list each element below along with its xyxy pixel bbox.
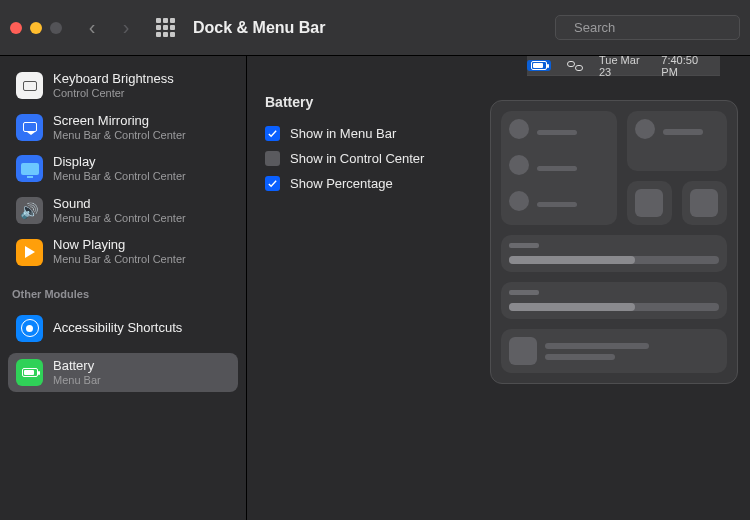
option-label: Show in Control Center [290, 151, 424, 166]
minimize-window-button[interactable] [30, 22, 42, 34]
sidebar-item-accessibility-shortcuts[interactable]: Accessibility Shortcuts [8, 306, 238, 351]
option-show-in-menu-bar[interactable]: Show in Menu Bar [265, 126, 424, 141]
checkbox-icon [265, 176, 280, 191]
section-header-other: Other Modules [6, 274, 240, 304]
now-playing-icon [16, 239, 43, 266]
checkbox-icon [265, 126, 280, 141]
panel-heading: Battery [265, 94, 424, 110]
accessibility-icon [16, 315, 43, 342]
sidebar-item-sub: Menu Bar & Control Center [53, 212, 186, 225]
sidebar-item-sub: Menu Bar [53, 374, 101, 387]
sidebar-item-now-playing[interactable]: Now Playing Menu Bar & Control Center [8, 232, 238, 272]
cc-preview-module [682, 181, 727, 225]
sound-icon: 🔊 [16, 197, 43, 224]
cc-preview-module [627, 111, 727, 171]
battery-settings-pane: Battery Show in Menu Bar Show in Control… [265, 94, 424, 201]
sidebar-item-keyboard-brightness[interactable]: Keyboard Brightness Control Center [8, 66, 238, 106]
cc-preview-slider [501, 282, 727, 319]
sidebar-item-label: Now Playing [53, 238, 186, 253]
sidebar-item-display[interactable]: Display Menu Bar & Control Center [8, 149, 238, 189]
screen-mirroring-icon [16, 114, 43, 141]
sidebar-item-label: Display [53, 155, 186, 170]
sidebar-item-sub: Menu Bar & Control Center [53, 129, 186, 142]
sidebar-item-label: Accessibility Shortcuts [53, 321, 182, 336]
back-button[interactable]: ‹ [82, 16, 102, 39]
option-show-percentage[interactable]: Show Percentage [265, 176, 424, 191]
checkbox-icon [265, 151, 280, 166]
search-input[interactable] [574, 20, 742, 35]
show-all-prefs-button[interactable] [156, 18, 175, 37]
sidebar-item-label: Screen Mirroring [53, 114, 186, 129]
sidebar-item-battery[interactable]: Battery Menu Bar [8, 353, 238, 393]
menubar-time: 7:40:50 PM [661, 54, 712, 78]
display-icon [16, 155, 43, 182]
option-show-in-control-center[interactable]: Show in Control Center [265, 151, 424, 166]
window-toolbar: ‹ › Dock & Menu Bar [0, 0, 750, 56]
option-label: Show Percentage [290, 176, 393, 191]
control-center-preview [490, 100, 738, 384]
sidebar-item-screen-mirroring[interactable]: Screen Mirroring Menu Bar & Control Cent… [8, 108, 238, 148]
sidebar: Keyboard Brightness Control Center Scree… [0, 56, 247, 520]
window-title: Dock & Menu Bar [193, 19, 325, 37]
main-content: Tue Mar 23 7:40:50 PM Battery Show in Me… [247, 56, 750, 520]
sidebar-item-sound[interactable]: 🔊 Sound Menu Bar & Control Center [8, 191, 238, 231]
close-window-button[interactable] [10, 22, 22, 34]
search-field-wrapper[interactable] [555, 15, 740, 40]
cc-preview-module [501, 329, 727, 373]
menubar-preview: Tue Mar 23 7:40:50 PM [527, 56, 720, 76]
menubar-date: Tue Mar 23 [599, 54, 649, 78]
cc-preview-module [627, 181, 672, 225]
menubar-control-center-icon[interactable] [563, 60, 587, 72]
sidebar-item-sub: Control Center [53, 87, 174, 100]
cc-preview-module [501, 111, 617, 225]
cc-preview-slider [501, 235, 727, 272]
forward-button[interactable]: › [116, 16, 136, 39]
menubar-battery-indicator[interactable] [527, 60, 551, 71]
sidebar-item-sub: Menu Bar & Control Center [53, 170, 186, 183]
battery-icon [16, 359, 43, 386]
traffic-lights [10, 22, 62, 34]
sidebar-item-sub: Menu Bar & Control Center [53, 253, 186, 266]
sidebar-item-label: Battery [53, 359, 101, 374]
keyboard-brightness-icon [16, 72, 43, 99]
sidebar-item-label: Keyboard Brightness [53, 72, 174, 87]
option-label: Show in Menu Bar [290, 126, 396, 141]
maximize-window-button[interactable] [50, 22, 62, 34]
sidebar-item-label: Sound [53, 197, 186, 212]
